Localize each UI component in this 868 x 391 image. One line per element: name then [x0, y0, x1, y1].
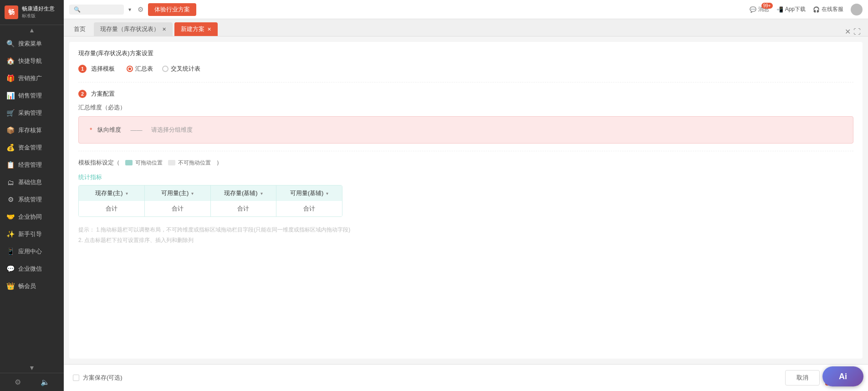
sidebar-item-label: 资金管理: [18, 144, 42, 152]
message-badge: 99+: [761, 3, 773, 9]
sidebar-item-search[interactable]: 🔍 搜索菜单: [0, 35, 64, 52]
tab-close-icon[interactable]: ✕: [162, 26, 166, 32]
radio-cross[interactable]: 交叉统计表: [162, 65, 200, 73]
volume-icon[interactable]: 🔈: [41, 378, 50, 386]
stats-col-2-label: 可用量(主): [161, 189, 189, 197]
step2-section: 2 方案配置 汇总维度（必选） * 纵向维度 —— 请选择分组维度 模板指标设定…: [78, 90, 853, 244]
clipboard-icon: 📋: [6, 161, 15, 169]
hint-1: 提示： 1.拖动标题栏可以调整布局，不可跨维度或指标区域拖动栏目字段(只能在同一…: [78, 226, 853, 234]
chevron-down-icon-2: ▾: [191, 191, 194, 196]
chevron-down-icon-1: ▾: [126, 191, 128, 196]
stats-table: 现存量(主) ▾ 可用量(主) ▾ 现存量(基辅) ▾ 可用量(基辅): [78, 185, 342, 217]
sidebar-menu: 🔍 搜索菜单 🏠 快捷导航 🎁 营销推广 📊 销售管理 🛒 采购管理 📦 库存核…: [0, 35, 64, 363]
sidebar-item-marketing[interactable]: 🎁 营销推广: [0, 70, 64, 87]
tab-new-plan-label: 新建方案: [181, 25, 204, 33]
stats-col-3[interactable]: 现存量(基辅) ▾: [211, 185, 277, 201]
sidebar-item-collab[interactable]: 🤝 企业协同: [0, 208, 64, 226]
gear-icon: ⚙: [6, 196, 15, 204]
search-icon: 🔍: [74, 6, 81, 13]
sidebar-item-guide[interactable]: ✨ 新手引导: [0, 226, 64, 243]
message-icon: 💬: [750, 6, 756, 13]
radio-cross-label: 交叉统计表: [171, 65, 200, 73]
radio-summary[interactable]: 汇总表: [127, 65, 153, 73]
main-area: 🔍 ▾ ⚙ 体验行业方案 💬 消息 99+ 📲 App下载 🎧 在线客服 首页: [64, 0, 868, 391]
message-item[interactable]: 💬 消息 99+: [750, 5, 769, 13]
sidebar-item-sales[interactable]: 📊 销售管理: [0, 87, 64, 104]
sidebar-item-operations[interactable]: 📋 经营管理: [0, 156, 64, 174]
sidebar-item-inventory[interactable]: 📦 库存核算: [0, 122, 64, 139]
step1-header: 1 选择模板 汇总表 交叉统计表: [78, 65, 853, 73]
save-label: 方案保存(可选): [83, 374, 123, 382]
tab-new-close-icon[interactable]: ✕: [207, 26, 211, 32]
sidebar-item-label: 库存核算: [18, 126, 42, 134]
legend-fixed-label: 不可拖动位置: [178, 159, 211, 167]
cart-icon: 🛒: [6, 109, 15, 117]
gift-icon: 🎁: [6, 74, 15, 82]
sidebar-item-label: 营销推广: [18, 74, 42, 82]
download-icon: 📲: [776, 6, 783, 13]
trial-button[interactable]: 体验行业方案: [148, 3, 196, 16]
stats-table-body: 合计 合计 合计 合计: [79, 201, 342, 216]
sidebar-item-label: 企业协同: [18, 213, 42, 221]
legend-draggable-box: [125, 160, 133, 165]
stats-col-2[interactable]: 可用量(主) ▾: [145, 185, 211, 201]
stats-cell-1: 合计: [79, 201, 145, 216]
tab-home[interactable]: 首页: [67, 22, 92, 36]
sidebar-item-apps[interactable]: 📱 应用中心: [0, 243, 64, 260]
footer-left: 方案保存(可选): [73, 374, 123, 382]
sidebar-item-system[interactable]: ⚙ 系统管理: [0, 191, 64, 208]
box-icon: 📦: [6, 126, 15, 134]
sidebar-item-finance[interactable]: 💰 资金管理: [0, 139, 64, 156]
ai-label: Ai: [839, 372, 847, 381]
sidebar-item-label: 基础信息: [18, 178, 42, 186]
stats-col-4[interactable]: 可用量(基辅) ▾: [276, 185, 342, 201]
topbar-gear-icon[interactable]: ⚙: [138, 5, 143, 14]
tab-bar: 首页 现存量（库存状况表） ✕ 新建方案 ✕ ✕ ⛶: [64, 19, 868, 36]
step1-number: 1: [78, 65, 87, 73]
app-logo: 畅 畅康通好生意 标准版: [0, 0, 64, 25]
stats-col-1-label: 现存量(主): [95, 189, 123, 197]
stats-cell-2: 合计: [145, 201, 211, 216]
logo-icon: 畅: [5, 5, 18, 19]
search-bar[interactable]: 🔍: [69, 5, 124, 15]
sidebar-scroll-down[interactable]: ▼: [0, 363, 64, 373]
topbar: 🔍 ▾ ⚙ 体验行业方案 💬 消息 99+ 📲 App下载 🎧 在线客服: [64, 0, 868, 19]
crown-icon: 👑: [6, 282, 15, 290]
sidebar-item-label: 销售管理: [18, 92, 42, 100]
sidebar-item-purchase[interactable]: 🛒 采购管理: [0, 104, 64, 122]
app-name: 畅康通好生意: [22, 5, 55, 13]
sidebar-item-basics[interactable]: 🗂 基础信息: [0, 174, 64, 191]
footer: 方案保存(可选) 取消 查询: [64, 364, 868, 391]
sidebar-bottom: ⚙ 🔈: [0, 373, 64, 391]
chevron-down-icon-3: ▾: [260, 191, 263, 196]
cancel-button[interactable]: 取消: [785, 370, 820, 386]
app-download-label: App下载: [785, 5, 806, 13]
tab-new-plan[interactable]: 新建方案 ✕: [174, 22, 218, 36]
sidebar-item-member[interactable]: 👑 畅会员: [0, 278, 64, 295]
window-minimize-icon[interactable]: ✕: [845, 27, 851, 36]
legend-draggable-label: 可拖动位置: [135, 159, 163, 167]
topbar-dropdown[interactable]: ▾: [128, 6, 131, 13]
sidebar-scroll-up[interactable]: ▲: [0, 25, 64, 35]
sidebar-item-label: 新手引导: [18, 230, 42, 238]
tab-inventory[interactable]: 现存量（库存状况表） ✕: [94, 22, 173, 36]
vertical-dim-label: 纵向维度: [97, 126, 121, 134]
user-avatar[interactable]: [851, 4, 863, 15]
sidebar-item-label: 搜索菜单: [18, 40, 42, 48]
app-download-item[interactable]: 📲 App下载: [776, 5, 806, 13]
step2-label: 方案配置: [91, 90, 115, 98]
hint-2: 2. 点击标题栏下拉可设置排序、插入列和删除列: [78, 237, 853, 244]
online-service-item[interactable]: 🎧 在线客服: [813, 5, 843, 13]
stats-col-1[interactable]: 现存量(主) ▾: [79, 185, 145, 201]
sidebar-item-wechat[interactable]: 💬 企业微信: [0, 260, 64, 278]
save-checkbox[interactable]: [73, 375, 79, 381]
window-expand-icon[interactable]: ⛶: [853, 28, 861, 36]
required-star: *: [90, 126, 92, 134]
search-icon: 🔍: [6, 40, 15, 48]
dimension-required-area[interactable]: * 纵向维度 —— 请选择分组维度: [78, 116, 853, 144]
sidebar-item-label: 采购管理: [18, 109, 42, 117]
sidebar-item-label: 快捷导航: [18, 57, 42, 65]
sidebar-item-nav[interactable]: 🏠 快捷导航: [0, 52, 64, 70]
settings-bottom-icon[interactable]: ⚙: [15, 378, 21, 386]
ai-bubble[interactable]: Ai: [822, 366, 863, 386]
